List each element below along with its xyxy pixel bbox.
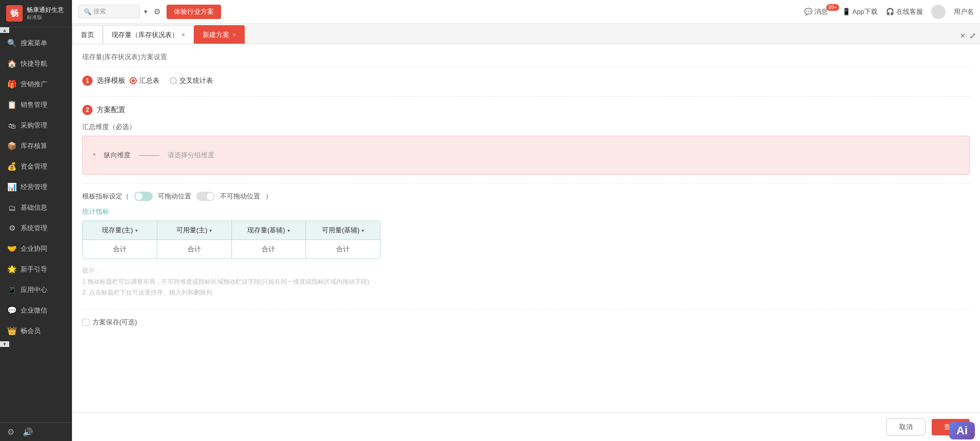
sidebar-item-search-menu[interactable]: 🔍 搜索菜单 (0, 33, 72, 53)
indicator-settings-label: 模板指标设定（ (82, 192, 129, 201)
tab-inventory-label: 现存量（库存状况表） (112, 30, 178, 40)
message-button[interactable]: 💬 消息 99+ (804, 7, 834, 16)
indicator-settings: 模板指标设定（ 可拖动位置 不可拖动位置 ） (82, 192, 970, 201)
sidebar-item-label: 基础信息 (21, 203, 47, 212)
stats-col1-body: 合计 (83, 240, 157, 259)
tab-inventory-close-icon[interactable]: × (182, 31, 185, 39)
topbar: 🔍 搜索 ▾ ⚙ 体验行业方案 💬 消息 99+ 📱 App下载 🎧 在线客服 … (72, 0, 980, 24)
tips-item-2: 2. 点击标题栏下拉可设置排序、插入列和删除列 (82, 287, 970, 299)
stats-col2-label: 可用量(主) (176, 226, 208, 235)
app-center-icon: 📱 (7, 285, 16, 295)
radio-summary[interactable]: 汇总表 (130, 76, 159, 85)
search-icon: 🔍 (84, 8, 92, 15)
cancel-button[interactable]: 取消 (886, 418, 925, 436)
sidebar-item-sales[interactable]: 📋 销售管理 (0, 95, 72, 115)
sidebar-item-wechat[interactable]: 💬 企业微信 (0, 300, 72, 321)
sidebar-item-system[interactable]: ⚙ 系统管理 (0, 218, 72, 238)
topbar-dropdown-arrow[interactable]: ▾ (144, 8, 148, 15)
section2-num: 2 (82, 105, 93, 115)
app-download-button[interactable]: 📱 App下载 (842, 7, 878, 16)
ai-badge[interactable]: Ai (949, 422, 975, 439)
sidebar-item-label: 采购管理 (21, 121, 47, 130)
message-label: 消息 (814, 7, 828, 16)
sidebar-item-basic-info[interactable]: 🗂 基础信息 (0, 197, 72, 218)
sidebar-item-marketing[interactable]: 🎁 营销推广 (0, 74, 72, 95)
section2-header: 2 方案配置 (82, 105, 970, 115)
tab-home[interactable]: 首页 (72, 25, 103, 44)
scroll-down-arrow[interactable]: ▼ (0, 341, 9, 347)
section1-title: 选择模板 (97, 76, 125, 85)
tab-inventory-status[interactable]: 现存量（库存状况表） × (103, 25, 194, 44)
close-window-icon[interactable]: × (958, 29, 967, 43)
sidebar-item-finance[interactable]: 💰 资金管理 (0, 156, 72, 177)
stats-col4-body: 合计 (306, 240, 380, 259)
tab-new-plan[interactable]: 新建方案 × (194, 25, 245, 44)
stats-col1-header[interactable]: 现存量(主) ▾ (83, 221, 157, 240)
section-template: 1 选择模板 汇总表 交叉统计表 (82, 76, 970, 86)
purchase-icon: 🛍 (7, 121, 16, 130)
trial-button[interactable]: 体验行业方案 (167, 5, 221, 19)
dim-line (139, 155, 159, 156)
window-controls-area: × ⤢ (245, 29, 980, 44)
stats-col4-chevron: ▾ (361, 228, 364, 233)
sales-icon: 📋 (7, 100, 16, 109)
tab-new-plan-label: 新建方案 (203, 30, 229, 40)
expand-window-icon[interactable]: ⤢ (967, 29, 978, 43)
cooperation-icon: 🤝 (7, 244, 16, 253)
operations-icon: 📊 (7, 182, 16, 192)
stats-body-row: 合计 合计 合计 合计 (83, 240, 380, 259)
radio-cross-dot (170, 77, 177, 84)
stats-col2-chevron: ▾ (209, 228, 212, 233)
indicator-settings-suffix: ） (265, 192, 272, 201)
stats-header-row: 现存量(主) ▾ 可用量(主) ▾ 现存量(基辅) ▾ (83, 221, 380, 240)
newbie-icon: 🌟 (7, 265, 16, 274)
dimension-box: * 纵向维度 请选择分组维度 (82, 136, 970, 175)
stats-col4-header[interactable]: 可用量(基辅) ▾ (306, 221, 380, 240)
tab-new-plan-close-icon[interactable]: × (232, 31, 236, 39)
dimension-label: 汇总维度（必选） (82, 122, 970, 132)
service-label: 在线客服 (896, 7, 923, 16)
stats-col2-header[interactable]: 可用量(主) ▾ (157, 221, 232, 240)
dim-placeholder[interactable]: 请选择分组维度 (168, 151, 214, 160)
section1-header: 1 选择模板 汇总表 交叉统计表 (82, 76, 970, 86)
sidebar-item-cooperation[interactable]: 🤝 企业协同 (0, 238, 72, 259)
finance-icon: 💰 (7, 162, 16, 171)
sidebar-item-newbie[interactable]: 🌟 新手引导 (0, 259, 72, 280)
radio-summary-dot (130, 77, 137, 84)
drag-toggle[interactable] (134, 192, 153, 201)
no-drag-toggle[interactable] (196, 192, 215, 201)
inventory-icon: 📦 (7, 141, 16, 151)
topbar-search[interactable]: 🔍 搜索 (78, 5, 140, 19)
sidebar-item-operations[interactable]: 📊 经营管理 (0, 177, 72, 197)
message-icon: 💬 (804, 8, 812, 15)
radio-cross[interactable]: 交叉统计表 (170, 76, 213, 85)
topbar-gear-icon[interactable]: ⚙ (154, 7, 160, 16)
sidebar-item-vip[interactable]: 👑 畅会员 (0, 321, 72, 341)
sidebar-item-label: 营销推广 (21, 80, 47, 89)
stats-col3-sub: 合计 (262, 245, 275, 254)
divider-2 (82, 183, 970, 183)
stats-col2-sub: 合计 (188, 245, 201, 254)
username-label: 用户名 (954, 7, 974, 16)
tips-section: 提示： 1.拖动标题栏可以调整布局，不可跨维度或指标区域拖动栏目字段(只能在同一… (82, 265, 970, 299)
stats-col1-label: 现存量(主) (102, 226, 133, 235)
sidebar-item-inventory[interactable]: 📦 库存核算 (0, 136, 72, 156)
sidebar-item-label: 经营管理 (21, 182, 47, 192)
sidebar-bottom: ⚙ 🔊 (0, 422, 72, 441)
volume-icon[interactable]: 🔊 (23, 427, 33, 437)
app-label: App下载 (852, 7, 878, 16)
drag-label: 可拖动位置 (158, 192, 191, 201)
sidebar-item-purchase[interactable]: 🛍 采购管理 (0, 115, 72, 136)
sidebar-item-app-center[interactable]: 📱 应用中心 (0, 280, 72, 300)
online-service-button[interactable]: 🎧 在线客服 (886, 7, 923, 16)
stats-col3-header[interactable]: 现存量(基辅) ▾ (232, 221, 306, 240)
scroll-up-arrow[interactable]: ▲ (0, 27, 9, 33)
user-avatar[interactable] (931, 5, 946, 19)
settings-icon[interactable]: ⚙ (7, 427, 14, 437)
save-checkbox[interactable] (82, 319, 89, 326)
stats-table: 现存量(主) ▾ 可用量(主) ▾ 现存量(基辅) ▾ (82, 220, 380, 259)
divider-3 (82, 309, 970, 309)
save-option: 方案保存(可选) (82, 318, 970, 327)
stats-col4-sub: 合计 (336, 245, 350, 254)
sidebar-item-quick-nav[interactable]: 🏠 快捷导航 (0, 53, 72, 74)
